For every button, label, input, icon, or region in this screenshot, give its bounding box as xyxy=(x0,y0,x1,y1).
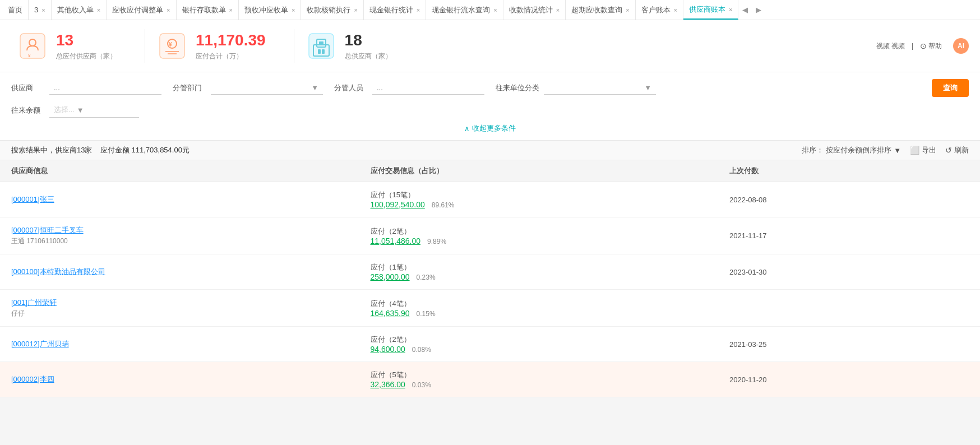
nav-rcvstat-close[interactable]: × xyxy=(556,7,560,13)
nav-home[interactable]: 首页 xyxy=(2,0,29,20)
tx-amount-3[interactable]: 164,635.90 xyxy=(371,309,410,318)
payable-total-icon: ¥ xyxy=(156,30,188,62)
nav-custbook[interactable]: 客户账本 × xyxy=(636,0,683,20)
balance-label: 往来余额 xyxy=(11,105,45,115)
tx-amount-4[interactable]: 94,600.00 xyxy=(371,345,405,354)
dept-select[interactable]: ▼ xyxy=(211,81,323,95)
svg-rect-10 xyxy=(322,49,325,54)
nav-arrow-right[interactable]: ▶ xyxy=(752,0,765,20)
stat-card-payable-total: ¥ 11,170.39 应付合计（万） xyxy=(151,30,288,62)
query-button[interactable]: 查询 xyxy=(932,79,969,97)
tx-percent-3: 0.15% xyxy=(417,310,436,318)
supplier-link-2[interactable]: [000100]本特勤油品有限公司 xyxy=(11,267,371,277)
refresh-button[interactable]: ↺ 刷新 xyxy=(945,145,969,155)
nav-presell-close[interactable]: × xyxy=(292,7,295,13)
stat-info-all-suppliers: 18 总供应商（家） xyxy=(345,31,392,62)
lastpay-cell-2: 2023-01-30 xyxy=(729,268,969,276)
col-header-lastpay: 上次付数 xyxy=(729,166,969,176)
lastpay-cell-1: 2021-11-17 xyxy=(729,231,969,240)
help-link[interactable]: ⊙ 帮助 xyxy=(920,41,942,51)
link-separator: | xyxy=(912,42,913,50)
tx-amount-5[interactable]: 32,366.00 xyxy=(371,380,405,389)
export-button[interactable]: ⬜ 导出 xyxy=(910,145,936,155)
nav-cashstat-close[interactable]: × xyxy=(417,7,420,13)
tx-cell-3: 应付（4笔） 164,635.90 0.15% xyxy=(371,299,730,318)
nav-bank-close[interactable]: × xyxy=(229,7,233,13)
nav-bank[interactable]: 银行存取款单 × xyxy=(177,0,239,20)
tx-type-3: 应付（4笔） xyxy=(371,299,730,309)
nav-overdue-label: 超期应收款查询 xyxy=(571,5,622,15)
nav-adjust-close[interactable]: × xyxy=(167,7,170,13)
nav-adjust[interactable]: 应收应付调整单 × xyxy=(107,0,176,20)
total-suppliers-label: 总供应商（家） xyxy=(345,52,392,61)
dept-label: 分管部门 xyxy=(173,83,206,93)
nav-overdue[interactable]: 超期应收款查询 × xyxy=(566,0,635,20)
tx-percent-1: 9.89% xyxy=(427,238,446,245)
supplier-link-0[interactable]: [000001]张三 xyxy=(11,194,371,205)
supplier-input[interactable] xyxy=(49,81,161,95)
nav-overdue-close[interactable]: × xyxy=(626,7,629,13)
refresh-icon: ↺ xyxy=(945,146,952,155)
nav-arrow-left[interactable]: ◀ xyxy=(738,0,752,20)
supplier-link-3[interactable]: [001]广州荣轩 xyxy=(11,298,371,308)
supplier-link-4[interactable]: [000012]广州贝瑞 xyxy=(11,339,371,349)
supplier-link-5[interactable]: [000002]李四 xyxy=(11,374,371,384)
nav-verify[interactable]: 收款核销执行 × xyxy=(301,0,363,20)
col-header-tx: 应付交易信息（占比） xyxy=(371,166,730,176)
tx-row-5: 32,366.00 0.03% xyxy=(371,380,730,389)
stat-info-total: 11,170.39 应付合计（万） xyxy=(196,31,266,62)
help-icon: ⊙ xyxy=(920,41,927,50)
nav-tab3-close[interactable]: × xyxy=(41,7,45,13)
tx-percent-2: 0.23% xyxy=(417,274,436,281)
category-select[interactable]: ▼ xyxy=(544,81,656,95)
collapse-button[interactable]: ∧ 收起更多条件 xyxy=(11,123,969,133)
stat-divider-2 xyxy=(294,29,294,63)
nav-custbook-close[interactable]: × xyxy=(674,7,677,13)
nav-supplierbook[interactable]: 供应商账本 × xyxy=(683,0,738,20)
nav-cashflow-close[interactable]: × xyxy=(493,7,497,13)
supplier-link-1[interactable]: [000007]恒旺二手叉车 xyxy=(11,225,371,235)
top-right-links: 视频视频 | ⊙ 帮助 Ai xyxy=(876,38,969,54)
tx-amount-2[interactable]: 258,000.00 xyxy=(371,272,410,281)
nav-home-label: 首页 xyxy=(8,5,22,15)
tx-type-0: 应付（15笔） xyxy=(371,190,730,200)
tx-row-4: 94,600.00 0.08% xyxy=(371,345,730,354)
supplier-cell-2: [000100]本特勤油品有限公司 xyxy=(11,267,371,277)
tx-cell-0: 应付（15笔） 100,092,540.00 89.61% xyxy=(371,190,730,209)
tx-amount-0[interactable]: 100,092,540.00 xyxy=(371,200,425,209)
tx-percent-4: 0.08% xyxy=(412,346,431,354)
tx-type-1: 应付（2笔） xyxy=(371,226,730,237)
tx-type-4: 应付（2笔） xyxy=(371,335,730,345)
supplier-cell-4: [000012]广州贝瑞 xyxy=(11,339,371,349)
lastpay-cell-0: 2022-08-08 xyxy=(729,196,969,204)
tx-row-3: 164,635.90 0.15% xyxy=(371,309,730,318)
person-input[interactable] xyxy=(372,81,484,95)
tx-cell-4: 应付（2笔） 94,600.00 0.08% xyxy=(371,335,730,354)
nav-income[interactable]: 其他收入单 × xyxy=(52,0,107,20)
ai-label[interactable]: Ai xyxy=(953,38,969,54)
supplier-cell-1: [000007]恒旺二手叉车 王通 17106110000 xyxy=(11,225,371,246)
nav-supplierbook-close[interactable]: × xyxy=(729,6,732,13)
tx-type-5: 应付（5笔） xyxy=(371,370,730,380)
nav-tab3[interactable]: 3 × xyxy=(29,0,52,20)
filter-row-1: 供应商 分管部门 ▼ 分管人员 往来单位分类 ▼ 查询 xyxy=(11,79,969,97)
nav-verify-close[interactable]: × xyxy=(354,7,357,13)
export-icon: ⬜ xyxy=(910,146,919,155)
nav-cashflow[interactable]: 现金银行流水查询 × xyxy=(426,0,503,20)
nav-adjust-label: 应收应付调整单 xyxy=(112,5,163,15)
sort-select[interactable]: 排序： 按应付余额倒序排序 ▼ xyxy=(802,145,901,155)
nav-presell[interactable]: 预收冲应收单 × xyxy=(239,0,301,20)
video-link[interactable]: 视频视频 xyxy=(876,41,905,51)
sort-value: 按应付余额倒序排序 xyxy=(826,145,891,155)
nav-income-close[interactable]: × xyxy=(97,7,100,13)
svg-rect-11 xyxy=(319,41,323,45)
nav-tab3-label: 3 xyxy=(34,6,38,14)
tx-amount-1[interactable]: 11,051,486.00 xyxy=(371,237,421,245)
nav-cashstat[interactable]: 现金银行统计 × xyxy=(364,0,426,20)
balance-arrow-icon: ▼ xyxy=(77,106,84,114)
collapse-icon: ∧ xyxy=(464,124,470,133)
nav-rcvstat[interactable]: 收款情况统计 × xyxy=(503,0,566,20)
tx-percent-0: 89.61% xyxy=(432,201,455,209)
lastpay-cell-5: 2020-11-20 xyxy=(729,376,969,384)
balance-select[interactable]: 选择... ▼ xyxy=(49,103,139,118)
